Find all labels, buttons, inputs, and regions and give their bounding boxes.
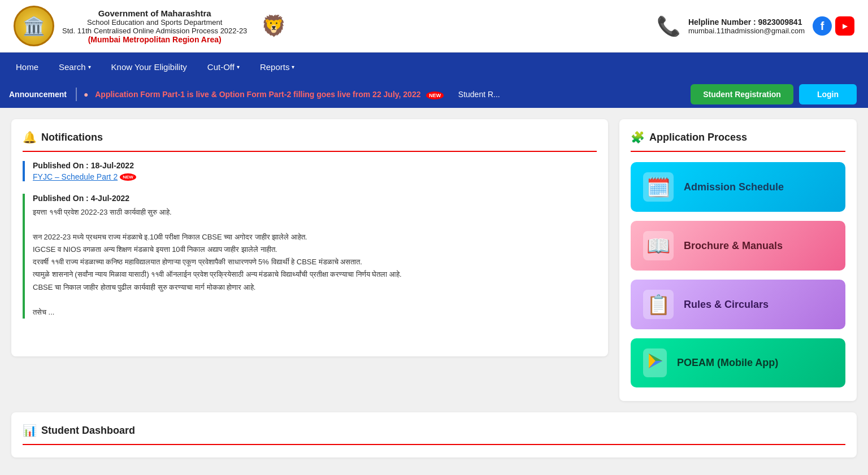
title2: School Education and Sports Department [62,18,247,27]
title4: (Mumbai Metropolitan Region Area) [62,35,247,44]
notif2-text: इयत्ता ११वी प्रवेश 2022-23 साठी कार्यवाह… [33,206,589,319]
header: 🏛️ Government of Maharashtra School Educ… [0,0,868,53]
login-button[interactable]: Login [799,84,857,104]
nav-cutoff-arrow: ▾ [237,64,240,70]
notif1-link[interactable]: FYJC – Schedule Part 2 [33,172,118,181]
student-dashboard-section: 📊 Student Dashboard [11,412,857,457]
notifications-box: 🔔 Notifications Published On : 18-Jul-20… [11,119,608,356]
announcement-bar: Announcement ● Application Form Part-1 i… [0,81,868,108]
main-content: 🔔 Notifications Published On : 18-Jul-20… [0,108,868,412]
admission-icon: 🗓️ [643,172,674,202]
title3: Std. 11th Centralised Online Admission P… [62,27,247,35]
notifications-title: 🔔 Notifications [23,130,597,152]
brochure-icon: 📖 [643,231,674,260]
register-button[interactable]: Student Registration [691,84,793,104]
logo-emblem: 🏛️ [14,6,54,46]
announcement-ticker: ● Application Form Part-1 is live & Opti… [84,90,679,99]
helpline: Helpline Number : 9823009841 [688,18,805,27]
brochure-label: Brochure & Manuals [684,240,783,252]
nav-search-arrow: ▾ [88,64,91,70]
student-dashboard-title: 📊 Student Dashboard [23,424,845,445]
navbar: Home Search ▾ Know Your Eligibility Cut-… [0,53,868,81]
app-btn-poeam[interactable]: POEAM (Mobile App) [631,338,845,387]
nav-item-eligibility[interactable]: Know Your Eligibility [101,53,197,81]
notification-item-2: Published On : 4-Jul-2022 इयत्ता ११वी प्… [23,194,589,319]
nav-eligibility-label: Know Your Eligibility [111,62,187,72]
header-left: 🏛️ Government of Maharashtra School Educ… [14,6,292,46]
admission-label: Admission Schedule [684,181,784,193]
nav-reports-arrow: ▾ [292,64,294,70]
notifications-label: Notifications [41,132,103,143]
app-btn-brochure[interactable]: 📖 Brochure & Manuals [631,221,845,271]
social-icons: f ▶ [813,16,854,36]
app-btn-rules[interactable]: 📋 Rules & Circulars [631,280,845,329]
bell-icon: 🔔 [23,130,37,144]
app-process-title: 🧩 Application Process [631,130,845,152]
nav-search-label: Search [59,62,86,72]
notif2-date: Published On : 4-Jul-2022 [33,194,589,203]
announcement-label: Announcement [0,88,77,101]
announce-text: Application Form Part-1 is live & Option… [95,90,420,99]
phone-icon: 📞 [657,15,680,37]
poeam-icon [643,348,667,377]
facebook-icon[interactable]: f [813,16,832,36]
nav-item-search[interactable]: Search ▾ [49,53,101,81]
nav-item-home[interactable]: Home [6,53,49,81]
nav-item-cutoff[interactable]: Cut-Off ▾ [197,53,250,81]
app-btn-admission[interactable]: 🗓️ Admission Schedule [631,162,845,212]
notif1-link-row: FYJC – Schedule Part 2 NEW [33,172,589,181]
nav-item-reports[interactable]: Reports ▾ [250,53,305,81]
dashboard-label: Student Dashboard [41,425,135,437]
header-right: 📞 Helpline Number : 9823009841 mumbai.11… [657,15,854,37]
national-emblem: 🦁 [255,7,292,45]
process-icon: 🧩 [631,130,645,144]
rules-label: Rules & Circulars [684,299,769,311]
notification-item-1: Published On : 18-Jul-2022 FYJC – Schedu… [23,161,589,181]
notifications-scroll[interactable]: Published On : 18-Jul-2022 FYJC – Schedu… [23,161,597,331]
nav-cutoff-label: Cut-Off [207,62,235,72]
youtube-icon[interactable]: ▶ [835,16,854,36]
dashboard-icon: 📊 [23,424,37,437]
header-titles: Government of Maharashtra School Educati… [62,8,247,44]
app-process-box: 🧩 Application Process 🗓️ Admission Sched… [619,119,857,401]
app-process-label: Application Process [649,132,747,143]
rules-icon: 📋 [643,290,674,319]
email: mumbai.11thadmission@gmail.com [688,27,805,35]
right-panel: 🧩 Application Process 🗓️ Admission Sched… [619,119,857,401]
title1: Government of Maharashtra [62,8,247,18]
announce-suffix: Student R... [458,90,500,99]
action-buttons: Student Registration Login [679,84,868,104]
poeam-label: POEAM (Mobile App) [677,357,778,369]
notif1-date: Published On : 18-Jul-2022 [33,161,589,170]
nav-reports-label: Reports [260,62,290,72]
nav-home-label: Home [16,62,38,72]
new-badge-1: NEW [120,173,136,181]
contact-block: Helpline Number : 9823009841 mumbai.11th… [688,18,805,35]
left-panel: 🔔 Notifications Published On : 18-Jul-20… [11,119,608,401]
